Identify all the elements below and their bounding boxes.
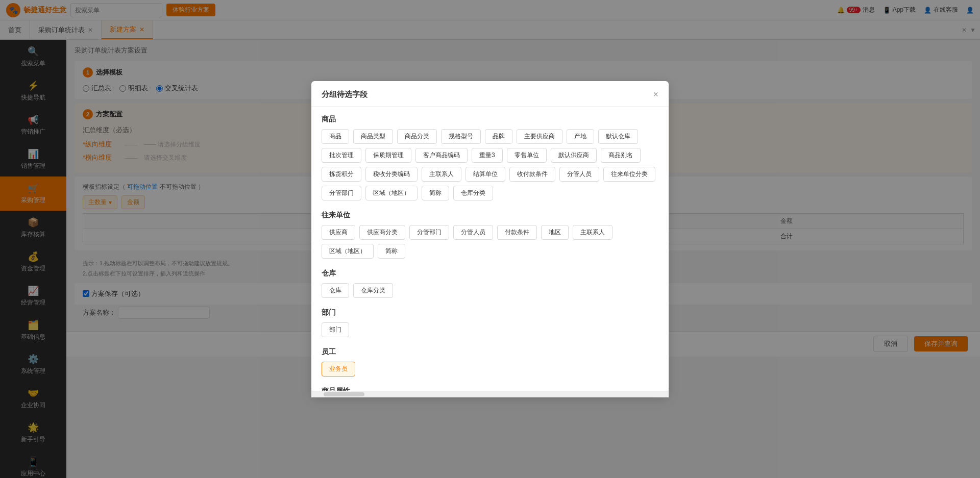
field-chip-warehouse-category[interactable]: 仓库分类 (453, 186, 493, 200)
field-section-product-title: 商品 (322, 115, 658, 124)
field-chip-alias[interactable]: 商品别名 (601, 148, 641, 163)
field-chip-payment-condition[interactable]: 付款条件 (497, 225, 537, 240)
field-grid-employee: 业务员 (322, 362, 658, 376)
field-chip-partner-main-contact[interactable]: 主联系人 (573, 225, 612, 240)
field-chip-product-category[interactable]: 商品分类 (397, 129, 437, 144)
field-section-product-attr: 商品属性 属性 颜色 多规格 尺码 鞋码 1 (322, 387, 658, 391)
field-chip-salesperson[interactable]: 业务员 (322, 362, 355, 376)
field-chip-warehouse[interactable]: 仓库 (322, 283, 349, 298)
field-section-product-attr-title: 商品属性 (322, 387, 658, 391)
field-chip-default-supplier[interactable]: 默认供应商 (551, 148, 597, 163)
modal-body[interactable]: 商品 商品 商品类型 商品分类 规格型号 品牌 主要供应商 产地 默认仓库 批次… (311, 107, 669, 391)
field-section-warehouse-title: 仓库 (322, 269, 658, 278)
field-chip-spec[interactable]: 规格型号 (441, 129, 481, 144)
field-chip-brand[interactable]: 品牌 (485, 129, 512, 144)
field-chip-product-type[interactable]: 商品类型 (353, 129, 393, 144)
field-grid-product: 商品 商品类型 商品分类 规格型号 品牌 主要供应商 产地 默认仓库 批次管理 … (322, 129, 658, 200)
modal-overlay[interactable]: 分组待选字段 × 商品 商品 商品类型 商品分类 规格型号 品牌 主要供应商 产… (0, 0, 980, 478)
field-chip-payment-terms[interactable]: 收付款条件 (509, 167, 555, 182)
field-chip-short-name[interactable]: 简称 (422, 186, 449, 200)
modal-dialog: 分组待选字段 × 商品 商品 商品类型 商品分类 规格型号 品牌 主要供应商 产… (311, 81, 669, 397)
field-section-department: 部门 部门 (322, 308, 658, 337)
field-section-partner-title: 往来单位 (322, 211, 658, 220)
field-section-warehouse: 仓库 仓库 仓库分类 (322, 269, 658, 298)
field-chip-tax-code[interactable]: 税收分类编码 (365, 167, 418, 182)
field-chip-retail-unit[interactable]: 零售单位 (507, 148, 547, 163)
field-chip-default-warehouse[interactable]: 默认仓库 (598, 129, 638, 144)
field-chip-warehouse-cat[interactable]: 仓库分类 (353, 283, 393, 298)
field-chip-partner-category[interactable]: 往来单位分类 (603, 167, 655, 182)
hscroll-thumb (324, 392, 364, 396)
field-chip-origin[interactable]: 产地 (567, 129, 594, 144)
field-section-employee-title: 员工 (322, 347, 658, 357)
field-grid-partner: 供应商 供应商分类 分管部门 分管人员 付款条件 地区 主联系人 区域（地区） … (322, 225, 658, 259)
field-chip-main-supplier[interactable]: 主要供应商 (517, 129, 562, 144)
field-chip-area[interactable]: 地区 (541, 225, 569, 240)
field-chip-pick-score[interactable]: 拣货积分 (322, 167, 361, 182)
field-grid-warehouse: 仓库 仓库分类 (322, 283, 658, 298)
field-chip-department[interactable]: 部门 (322, 322, 349, 337)
field-chip-customer-code[interactable]: 客户商品编码 (415, 148, 468, 163)
field-section-department-title: 部门 (322, 308, 658, 317)
modal-title: 分组待选字段 (322, 90, 368, 99)
modal-header: 分组待选字段 × (311, 81, 669, 107)
field-chip-quality[interactable]: 保质期管理 (365, 148, 411, 163)
field-chip-weight[interactable]: 重量3 (472, 148, 503, 163)
field-section-employee: 员工 业务员 (322, 347, 658, 376)
field-chip-settlement-unit[interactable]: 结算单位 (465, 167, 505, 182)
field-chip-product[interactable]: 商品 (322, 129, 349, 144)
field-chip-batch[interactable]: 批次管理 (322, 148, 361, 163)
field-chip-main-contact[interactable]: 主联系人 (422, 167, 461, 182)
field-chip-partner-supervisor[interactable]: 分管人员 (453, 225, 493, 240)
field-chip-supplier[interactable]: 供应商 (322, 225, 355, 240)
field-chip-supplier-category[interactable]: 供应商分类 (359, 225, 405, 240)
field-chip-dept[interactable]: 分管部门 (322, 186, 361, 200)
field-section-partner: 往来单位 供应商 供应商分类 分管部门 分管人员 付款条件 地区 主联系人 区域… (322, 211, 658, 259)
modal-close-button[interactable]: × (653, 89, 658, 100)
field-chip-supervisor[interactable]: 分管人员 (559, 167, 599, 182)
field-section-product: 商品 商品 商品类型 商品分类 规格型号 品牌 主要供应商 产地 默认仓库 批次… (322, 115, 658, 200)
field-grid-department: 部门 (322, 322, 658, 337)
field-chip-region[interactable]: 区域（地区） (365, 186, 418, 200)
modal-hscroll[interactable] (311, 391, 669, 397)
field-chip-partner-region[interactable]: 区域（地区） (322, 244, 374, 259)
field-chip-partner-short-name[interactable]: 简称 (378, 244, 405, 259)
field-chip-partner-dept[interactable]: 分管部门 (409, 225, 449, 240)
